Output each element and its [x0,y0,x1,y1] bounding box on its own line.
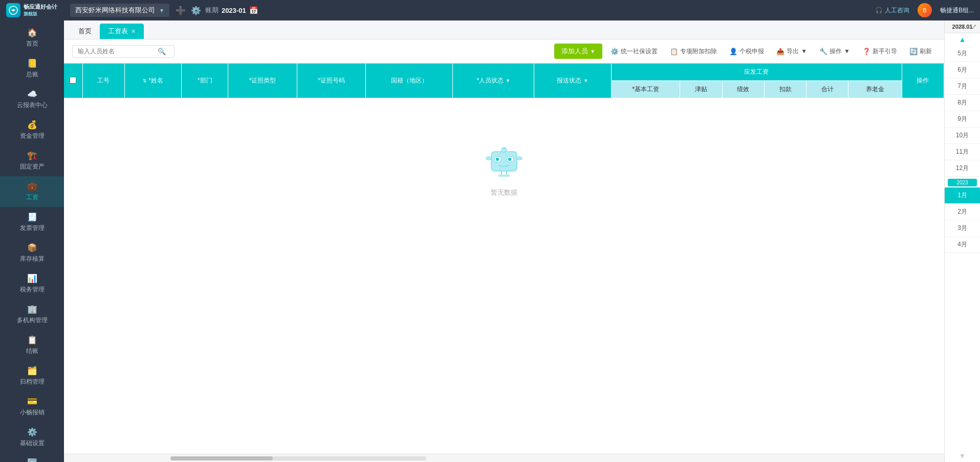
sidebar-label-cloud-report: 云报表中心 [17,101,48,110]
sidebar-item-invoice[interactable]: 🧾 发票管理 [0,207,64,238]
horizontal-scroll-thumb[interactable] [170,456,273,460]
logo-icon [6,3,20,17]
refresh-icon: 🔄 [909,48,918,55]
report-status-filter-icon[interactable]: ▼ [583,78,589,83]
period-month-2022-09[interactable]: 9月 [945,111,980,128]
multi-org-icon: 🏢 [27,304,37,314]
sidebar-label-close-accounts: 结账 [26,347,38,355]
tab-home[interactable]: 首页 [70,24,100,39]
period-month-2022-05[interactable]: 5月 [945,46,980,62]
svg-point-7 [503,147,505,149]
sidebar-item-basic-settings[interactable]: ⚙️ 基础设置 [0,422,64,453]
new-guide-toolbar-icon: ❓ [862,48,870,55]
period-value: 2023-01 [222,7,246,14]
search-input[interactable] [78,48,155,55]
close-panel-button[interactable]: ✕ [957,22,968,32]
logo-name: 畅应通好会计 [24,3,57,11]
period-month-2023-02[interactable]: 2月 [945,204,980,220]
sidebar-item-multi-org[interactable]: 🏢 多机构管理 [0,299,64,330]
export-action[interactable]: 📤 导出 ▼ [772,45,811,58]
period-month-2022-11[interactable]: 11月 [945,144,980,160]
period-month-2022-06[interactable]: 6月 [945,62,980,78]
sidebar-label-archive: 归档管理 [20,377,45,386]
period-month-2022-07[interactable]: 7月 [945,78,980,95]
th-total: 合计 [807,81,848,98]
sidebar-item-ledger[interactable]: 📒 总账 [0,53,64,84]
export-icon: 📤 [776,48,785,55]
settings-button[interactable]: ⚙️ [191,6,201,15]
sidebar-item-close-accounts[interactable]: 📋 结账 [0,330,64,361]
period-month-2023-01[interactable]: 1月 [945,187,980,204]
sidebar-item-inventory[interactable]: 📦 库存核算 [0,238,64,268]
logo-edition: 旗舰版 [24,11,57,17]
th-nationality: 国籍（地区） [366,64,453,98]
tab-salary-table[interactable]: 工资表 ✕ [100,24,144,39]
th-operations: 操作 [902,64,944,98]
period-scroll-area: 5月 6月 7月 8月 9月 10月 11月 12月 2023 1月 2月 3月… [945,46,980,450]
sidebar-label-salary: 工资 [26,193,38,202]
sidebar-item-fund[interactable]: 💰 资金管理 [0,115,64,145]
sidebar-label-home: 首页 [26,39,38,48]
th-emp-no: 工号 [82,64,124,98]
personal-tax-action[interactable]: 👤 个税申报 [725,45,768,58]
sidebar-label-inventory: 库存核算 [20,255,45,263]
period-month-2022-12[interactable]: 12月 [945,160,980,177]
period-nav-down[interactable]: ▼ [945,450,980,462]
refresh-action[interactable]: 🔄 刷新 [905,45,936,58]
table-wrap: 工号 ⇅ *姓名 *部门 *证照类型 *证照号码 国籍（地区） *人员状态 ▼ … [64,64,944,454]
sidebar-label-assets: 固定资产 [20,162,45,171]
sidebar: 🏠 首页 📒 总账 ☁️ 云报表中心 💰 资金管理 🏗️ 固定资产 💼 工资 🧾… [0,20,64,462]
avatar-text: B [923,7,926,13]
operations-action[interactable]: 🔧 操作 ▼ [815,45,854,58]
salary-icon: 💼 [27,181,37,191]
sidebar-item-assets[interactable]: 🏗️ 固定资产 [0,145,64,176]
refresh-label: 刷新 [920,47,932,56]
sidebar-item-salary[interactable]: 💼 工资 [0,176,64,207]
sidebar-item-archive[interactable]: 🗂️ 归档管理 [0,361,64,391]
sidebar-item-expense[interactable]: 💳 小畅报销 [0,391,64,422]
social-security-action[interactable]: ⚙️ 统一社保设置 [606,45,662,58]
expand-panel-button[interactable]: ⤢ [969,22,979,32]
sidebar-item-new-guide[interactable]: 🆕 新手引导 [0,453,64,462]
period-month-2023-04[interactable]: 4月 [945,237,980,253]
content-area: 首页 工资表 ✕ 🔍 添加人员 ▼ ⚙️ 统一社保设置 📋 [64,20,944,462]
expense-icon: 💳 [27,396,37,406]
empty-state-cell: 暂无数据 [64,98,944,238]
ledger-icon: 📒 [27,58,37,68]
export-label: 导出 [787,47,799,56]
logo-text-area: 畅应通好会计 旗舰版 [24,3,57,17]
add-person-label: 添加人员 [561,47,588,56]
tab-close-salary[interactable]: ✕ [131,28,136,35]
horizontal-scroll-track[interactable] [170,456,426,460]
person-status-filter-icon[interactable]: ▼ [505,78,510,83]
period-month-2023-03[interactable]: 3月 [945,220,980,237]
empty-state-icon [484,139,525,180]
sidebar-item-cloud-report[interactable]: ☁️ 云报表中心 [0,84,64,115]
special-deduct-action[interactable]: 📋 专项附加扣除 [666,45,721,58]
period-panel: 2023.01 ✕ ⤢ ▲ 5月 6月 7月 8月 9月 10月 11月 12月… [944,20,980,462]
sidebar-item-home[interactable]: 🏠 首页 [0,23,64,53]
th-checkbox[interactable] [64,64,82,98]
sidebar-item-tax[interactable]: 📊 税务管理 [0,268,64,299]
period-calendar-icon[interactable]: 📅 [249,6,258,14]
logo-area: 畅应通好会计 旗舰版 [6,3,70,17]
period-nav-up[interactable]: ▲ [945,33,980,46]
add-person-button[interactable]: 添加人员 ▼ [554,44,602,59]
assets-icon: 🏗️ [27,151,37,160]
svg-rect-9 [517,157,522,160]
th-pension: 养老金 [848,81,902,98]
empty-state-text: 暂无数据 [491,188,517,197]
period-month-2022-10[interactable]: 10月 [945,128,980,144]
empty-state-row: 暂无数据 [64,98,944,238]
human-service-button[interactable]: 🎧 人工咨询 [875,6,909,15]
select-all-checkbox[interactable] [70,77,76,83]
period-month-2022-08[interactable]: 8月 [945,95,980,111]
add-company-button[interactable]: ➕ [176,6,186,15]
company-name: 西安虾米网络科技有限公司 [75,6,155,15]
th-report-status: 报送状态 ▼ [534,64,611,98]
company-selector[interactable]: 西安虾米网络科技有限公司 ▼ [70,4,169,17]
svg-point-5 [508,158,511,161]
tab-salary-table-label: 工资表 [108,27,128,36]
new-guide-action[interactable]: ❓ 新手引导 [858,45,901,58]
user-avatar[interactable]: B [918,3,932,17]
